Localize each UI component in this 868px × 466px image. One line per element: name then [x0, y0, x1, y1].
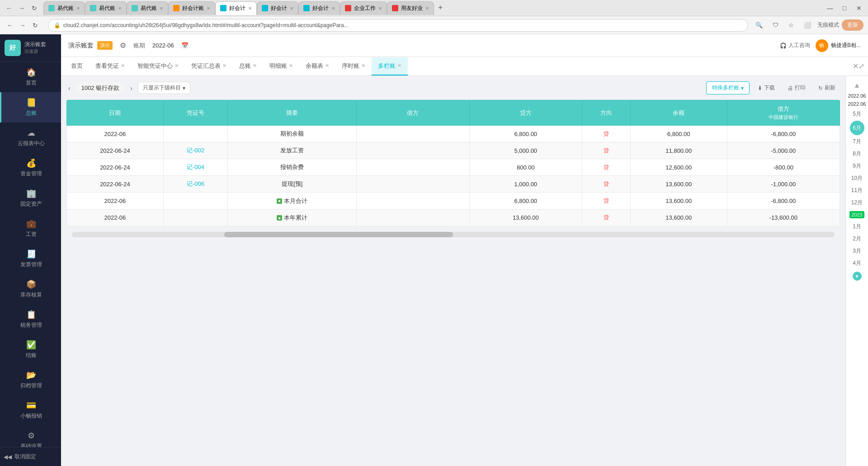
print-btn[interactable]: 🖨 打印: [783, 82, 810, 94]
scroll-down-indicator[interactable]: ▼: [853, 272, 862, 281]
tab-detail-ledger-close[interactable]: ✕: [289, 63, 293, 69]
tab-smart-voucher[interactable]: 智能凭证中心 ✕: [131, 57, 185, 75]
cell-voucher-4: 记-006: [163, 176, 228, 193]
tab-close-9[interactable]: ✕: [425, 6, 429, 11]
addr-forward-btn[interactable]: →: [17, 20, 28, 31]
expand-button[interactable]: ⤢: [859, 62, 864, 71]
close-window-button[interactable]: ✕: [854, 3, 864, 14]
tab-voucher-summary-close[interactable]: ✕: [222, 63, 226, 69]
calendar-icon[interactable]: 📅: [181, 42, 189, 49]
addr-back-btn[interactable]: ←: [5, 20, 15, 31]
tab-sequence-close[interactable]: ✕: [361, 63, 365, 69]
sidebar-item-cloud-reports[interactable]: ☁ 云报表中心: [0, 122, 61, 153]
user-info[interactable]: 畅 畅捷通B相...: [816, 39, 861, 52]
browser-tab-5[interactable]: 好会计 ✕: [215, 1, 257, 15]
tab-smart-voucher-close[interactable]: ✕: [175, 63, 179, 69]
next-account-btn[interactable]: ›: [128, 83, 134, 94]
browser-tab-7[interactable]: 好会计 ✕: [298, 1, 340, 15]
month-item-12[interactable]: 12月: [849, 197, 865, 208]
customer-service-btn[interactable]: 🎧 人工咨询: [780, 42, 810, 49]
company-settings-btn[interactable]: ⚙: [120, 41, 126, 50]
browser-tab-3[interactable]: 易代账 ✕: [127, 1, 168, 15]
browser-tab-1[interactable]: 易代账 ✕: [43, 1, 85, 15]
address-bar[interactable]: 🔒 cloud2.chanjet.com/accounting/uh26t264…: [48, 19, 748, 32]
sidebar-item-settings[interactable]: ⚙ 基础设置: [0, 425, 61, 447]
sidebar-item-capital[interactable]: 💰 资金管理: [0, 153, 61, 183]
sidebar-unpin[interactable]: ◀◀ 取消固定: [0, 447, 61, 466]
tab-balance[interactable]: 余额表 ✕: [299, 57, 335, 75]
tab-view-voucher-close[interactable]: ✕: [121, 63, 125, 69]
browser-tab-2[interactable]: 易代账 ✕: [85, 1, 127, 15]
month-item-10[interactable]: 10月: [849, 173, 865, 184]
refresh-btn[interactable]: ↻ 刷新: [814, 82, 840, 94]
sidebar-item-archive[interactable]: 📂 归档管理: [0, 365, 61, 395]
sidebar-item-ledger[interactable]: 📒 总账: [0, 92, 61, 122]
month-item-11[interactable]: 11月: [849, 185, 865, 196]
sidebar-item-salary[interactable]: 💼 工资: [0, 213, 61, 244]
sidebar-item-inventory[interactable]: 📦 库存核算: [0, 274, 61, 304]
tab-sequence[interactable]: 序时账 ✕: [335, 57, 372, 75]
month-item-7[interactable]: 7月: [849, 136, 865, 147]
month-item-2023-1[interactable]: 1月: [849, 221, 865, 232]
tab-view-voucher[interactable]: 查看凭证 ✕: [89, 57, 131, 75]
month-item-2023-2[interactable]: 2月: [849, 233, 865, 245]
tab-close-2[interactable]: ✕: [118, 6, 122, 11]
sidebar-toggle-btn[interactable]: ⬜: [800, 20, 815, 30]
new-tab-button[interactable]: +: [434, 2, 447, 14]
tab-multi-column[interactable]: 多栏账 ✕: [372, 57, 408, 75]
tab-close-4[interactable]: ✕: [207, 6, 210, 11]
tab-close-5[interactable]: ✕: [248, 6, 252, 11]
sidebar-item-home[interactable]: 🏠 首页: [0, 62, 61, 92]
sidebar-item-closing[interactable]: ✅ 结账: [0, 334, 61, 365]
browser-tab-6[interactable]: 好会计 ✕: [257, 1, 298, 15]
browser-tab-9[interactable]: 用友好业 ✕: [387, 1, 434, 15]
tab-close-1[interactable]: ✕: [76, 6, 80, 11]
tab-multi-column-close[interactable]: ✕: [397, 63, 401, 69]
tab-voucher-summary[interactable]: 凭证汇总表 ✕: [185, 57, 233, 75]
tab-general-ledger[interactable]: 总账 ✕: [233, 57, 263, 75]
filter-dropdown[interactable]: 只显示下级科目 ▾: [138, 82, 190, 94]
tab-close-7[interactable]: ✕: [331, 6, 335, 11]
voucher-link-4[interactable]: 记-006: [187, 180, 204, 187]
forward-button[interactable]: →: [16, 3, 27, 14]
browser-tab-8[interactable]: 企业工作 ✕: [340, 1, 387, 15]
addr-refresh-btn[interactable]: ↻: [30, 20, 41, 31]
voucher-link-2[interactable]: 记-002: [187, 147, 204, 154]
tab-close-3[interactable]: ✕: [160, 6, 163, 11]
tab-icon-9: [392, 5, 398, 11]
update-button[interactable]: 更新: [842, 19, 863, 31]
month-item-5[interactable]: 5月: [849, 108, 865, 120]
back-button[interactable]: ←: [4, 3, 14, 14]
download-btn[interactable]: ⬇ 下载: [753, 82, 779, 94]
special-ledger-btn[interactable]: 特殊多栏账 ▾: [706, 81, 750, 94]
voucher-link-3[interactable]: 记-004: [187, 164, 204, 170]
sidebar-item-expense[interactable]: 💳 小畅报销: [0, 395, 61, 425]
close-panel-button[interactable]: ✕: [853, 62, 859, 71]
browser-tab-4[interactable]: 好会计账 ✕: [168, 1, 215, 15]
tab-home[interactable]: 首页: [65, 57, 89, 75]
month-item-6[interactable]: 6月: [850, 121, 864, 135]
prev-account-btn[interactable]: ‹: [66, 83, 72, 94]
sidebar-item-invoice[interactable]: 🧾 发票管理: [0, 244, 61, 274]
month-scroll-up-btn[interactable]: ▲: [852, 80, 863, 91]
sidebar-item-tax[interactable]: 📋 税务管理: [0, 304, 61, 334]
tab-general-ledger-close[interactable]: ✕: [253, 63, 257, 69]
shield-icon-btn[interactable]: 🛡: [769, 20, 782, 30]
sidebar-item-fixed-assets[interactable]: 🏢 固定资产: [0, 183, 61, 213]
tab-detail-ledger[interactable]: 明细账 ✕: [263, 57, 299, 75]
toolbar-actions: 特殊多栏账 ▾ ⬇ 下载 🖨 打印 ↻ 刷新: [706, 81, 840, 94]
horizontal-scrollbar[interactable]: [66, 232, 840, 237]
minimize-button[interactable]: —: [825, 3, 835, 14]
star-icon-btn[interactable]: ☆: [785, 20, 797, 30]
maximize-button[interactable]: □: [839, 3, 850, 14]
month-item-8[interactable]: 8月: [849, 148, 865, 160]
search-icon-btn[interactable]: 🔍: [752, 20, 766, 30]
tab-balance-close[interactable]: ✕: [325, 63, 329, 69]
month-item-2023-3[interactable]: 3月: [849, 245, 865, 257]
tab-close-6[interactable]: ✕: [290, 6, 293, 11]
month-item-9[interactable]: 9月: [849, 160, 865, 172]
month-item-2023-4[interactable]: 4月: [849, 258, 865, 269]
tab-close-8[interactable]: ✕: [378, 6, 382, 11]
sidebar-label-cloud: 云报表中心: [18, 140, 45, 147]
refresh-button[interactable]: ↻: [29, 3, 40, 14]
